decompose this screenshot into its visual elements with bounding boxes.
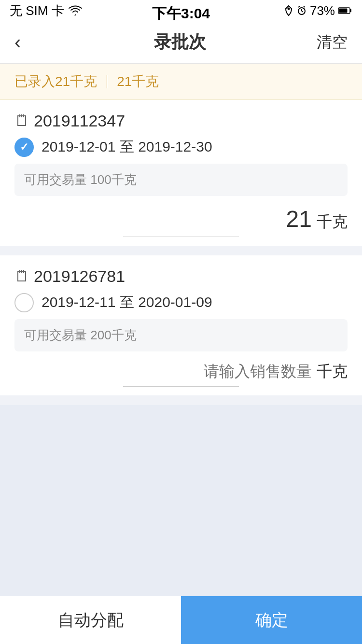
status-bar: 无 SIM 卡 下午3:04 73%	[0, 0, 362, 21]
svg-rect-8	[350, 9, 351, 12]
batch-1-date: 2019-12-01 至 2019-12-30	[42, 137, 212, 157]
batch-2-quantity-input[interactable]	[109, 363, 312, 380]
batch-1-radio[interactable]	[14, 138, 34, 157]
summary-banner: 已录入21千克 21千克	[0, 64, 362, 100]
batch-1-quantity[interactable]: 21	[286, 206, 312, 232]
summary-divider	[107, 75, 107, 88]
summary-value: 21千克	[117, 72, 159, 91]
back-button[interactable]: ‹	[14, 31, 43, 53]
confirm-button[interactable]: 确定	[181, 596, 362, 644]
battery-text: 73%	[310, 3, 335, 18]
nav-bar: ‹ 录批次 清空	[0, 21, 362, 64]
svg-line-3	[302, 11, 303, 12]
summary-label: 已录入21千克	[14, 72, 97, 91]
batch-2-header: 🗒 2019126781	[0, 255, 362, 291]
svg-rect-7	[339, 9, 348, 13]
clear-button[interactable]: 清空	[317, 32, 348, 53]
batch-item-1: 🗒 2019112347 2019-12-01 至 2019-12-30 可用交…	[0, 100, 362, 246]
status-time: 下午3:04	[152, 4, 210, 24]
batch-2-underline	[123, 386, 239, 387]
batch-1-underline	[123, 237, 239, 237]
batch-2-radio[interactable]	[14, 293, 34, 312]
auto-distribute-button[interactable]: 自动分配	[0, 596, 181, 644]
svg-point-0	[287, 8, 290, 10]
batch-1-amount-wrapper: 21 千克	[0, 201, 362, 246]
batch-1-date-row[interactable]: 2019-12-01 至 2019-12-30	[0, 135, 362, 164]
status-left: 无 SIM 卡	[10, 2, 83, 19]
batch-1-icon: 🗒	[14, 112, 30, 130]
status-right: 73%	[284, 3, 352, 18]
batch-1-id: 2019112347	[34, 112, 125, 130]
nav-title: 录批次	[154, 30, 206, 54]
batch-separator-2	[0, 395, 362, 405]
content-area: 🗒 2019112347 2019-12-01 至 2019-12-30 可用交…	[0, 100, 362, 644]
batch-1-unit: 千克	[317, 211, 348, 233]
wifi-icon	[68, 5, 83, 16]
batch-1-availability: 可用交易量 100千克	[14, 164, 348, 196]
batch-2-unit: 千克	[317, 361, 348, 382]
location-icon	[284, 5, 293, 16]
batch-1-amount-row: 21 千克	[0, 201, 362, 233]
batch-2-date-row[interactable]: 2019-12-11 至 2020-01-09	[0, 291, 362, 319]
alarm-icon	[296, 5, 307, 16]
batch-2-date: 2019-12-11 至 2020-01-09	[42, 293, 212, 312]
svg-line-4	[298, 6, 300, 7]
batch-2-input-row: 千克	[0, 356, 362, 382]
batch-2-id: 2019126781	[34, 267, 125, 286]
carrier-text: 无 SIM 卡	[10, 2, 64, 19]
batch-item-2: 🗒 2019126781 2019-12-11 至 2020-01-09 可用交…	[0, 255, 362, 395]
battery-icon	[338, 7, 352, 14]
batch-1-header: 🗒 2019112347	[0, 100, 362, 135]
batch-2-icon: 🗒	[14, 267, 30, 285]
bottom-bar: 自动分配 确定	[0, 596, 362, 644]
batch-2-availability: 可用交易量 200千克	[14, 319, 348, 351]
batch-separator-1	[0, 246, 362, 255]
svg-line-5	[304, 6, 305, 7]
batch-2-amount-wrapper: 千克	[0, 356, 362, 395]
page: 无 SIM 卡 下午3:04 73%	[0, 0, 362, 644]
